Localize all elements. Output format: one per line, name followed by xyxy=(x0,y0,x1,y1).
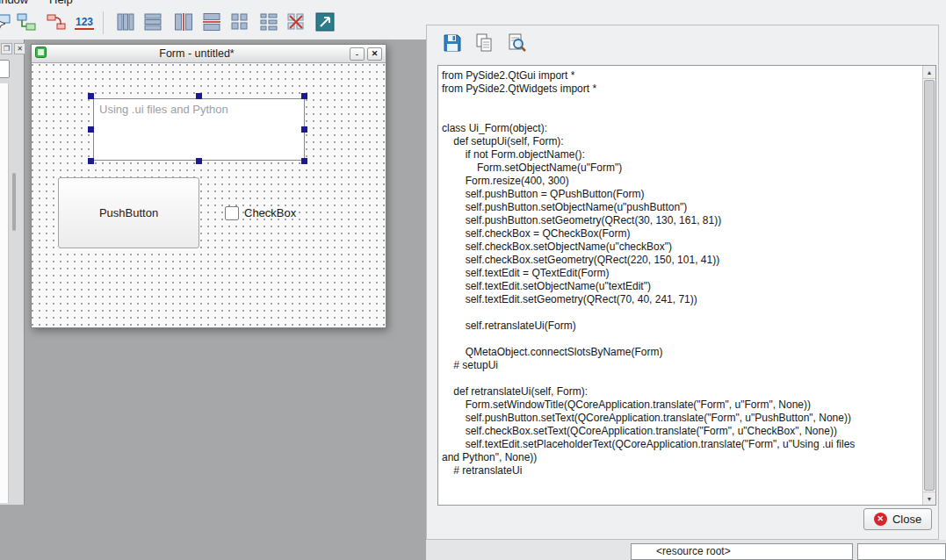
selection-handle-w[interactable] xyxy=(88,126,94,133)
edit-tab-order-icon: 123 xyxy=(75,16,94,30)
layout-form-button[interactable] xyxy=(256,10,281,36)
code-line: self.checkBox.setObjectName(u"checkBox") xyxy=(442,241,921,254)
menu-help[interactable]: Help xyxy=(49,0,73,6)
pushbutton-label: PushButton xyxy=(99,206,158,219)
close-window-button[interactable]: ✕ xyxy=(367,47,382,61)
layout-vertical-splitter-icon xyxy=(201,11,222,35)
code-line xyxy=(442,306,921,319)
code-line: Form.setWindowTitle(QCoreApplication.tra… xyxy=(442,398,921,412)
menubar: Window Help xyxy=(0,0,426,7)
code-line: self.checkBox.setGeometry(QRect(220, 150… xyxy=(442,254,921,267)
resource-root-item[interactable]: <resource root> xyxy=(656,545,731,557)
code-line: class Ui_Form(object): xyxy=(442,122,921,135)
copy-icon xyxy=(473,32,496,57)
selection-handle-e[interactable] xyxy=(301,126,307,133)
form-canvas[interactable]: Using .ui files and Python PushButton Ch… xyxy=(32,63,386,327)
adjust-size-icon xyxy=(314,11,336,35)
code-line: and Python", None)) xyxy=(442,451,921,464)
code-line: self.textEdit.setGeometry(QRect(70, 40, … xyxy=(442,293,921,306)
toolbar-separator xyxy=(103,11,104,34)
resource-tree-panel[interactable]: <resource root> xyxy=(631,543,853,560)
code-line: from PySide2.QtGui import * xyxy=(442,69,921,83)
code-line xyxy=(442,96,921,109)
qt-designer-screen: Window Help 123 xyxy=(0,0,946,560)
copy-code-button[interactable] xyxy=(472,31,498,57)
edit-widgets-button[interactable] xyxy=(0,10,14,36)
layout-vertical-icon xyxy=(142,11,163,35)
selection-handle-sw[interactable] xyxy=(88,158,94,164)
edit-buddies-button[interactable] xyxy=(44,10,69,36)
layout-horizontal-button[interactable] xyxy=(113,10,138,36)
code-line: self.textEdit = QTextEdit(Form) xyxy=(442,267,921,280)
form-editor-window: Form - untitled* - ✕ Using .ui files and… xyxy=(31,44,386,328)
save-icon xyxy=(441,32,464,57)
code-line: self.pushButton.setObjectName(u"pushButt… xyxy=(442,201,921,214)
code-dialog-toolbar xyxy=(439,31,531,57)
form-window-icon xyxy=(35,47,47,61)
find-code-button[interactable] xyxy=(504,31,531,57)
break-layout-icon xyxy=(285,11,307,35)
code-line xyxy=(442,109,921,122)
code-line: Form.resize(400, 300) xyxy=(442,175,921,188)
selection-handle-nw[interactable] xyxy=(88,93,94,99)
code-line: self.checkBox = QCheckBox(Form) xyxy=(442,227,921,241)
checkbox-label: CheckBox xyxy=(244,206,296,219)
main-toolbar: 123 xyxy=(0,8,426,39)
code-line: self.checkBox.setText(QCoreApplication.t… xyxy=(442,425,921,438)
scroll-up-icon[interactable]: ▲ xyxy=(923,66,935,79)
code-scrollbar[interactable]: ▲ ▼ xyxy=(922,66,935,505)
code-line: if not Form.objectName(): xyxy=(442,148,921,162)
minimize-button[interactable]: - xyxy=(350,47,365,61)
break-layout-button[interactable] xyxy=(284,10,308,36)
edit-widgets-icon xyxy=(0,12,11,34)
selection-handle-s[interactable] xyxy=(196,158,202,164)
find-icon xyxy=(506,32,529,57)
dock-float-button[interactable]: ❐ xyxy=(1,43,12,54)
layout-horizontal-splitter-icon xyxy=(173,11,194,35)
layout-horizontal-splitter-button[interactable] xyxy=(171,10,196,36)
resource-side-panel[interactable] xyxy=(857,543,946,560)
layout-horizontal-icon xyxy=(115,11,136,35)
edit-signals-slots-icon xyxy=(16,11,37,35)
code-line: self.pushButton.setGeometry(QRect(30, 13… xyxy=(442,214,921,227)
checkbox-indicator xyxy=(225,206,239,220)
widget-box-dock: ❐ ✕ xyxy=(0,39,25,505)
save-code-button[interactable] xyxy=(439,31,466,57)
edit-signals-slots-button[interactable] xyxy=(14,10,39,36)
code-line: self.pushButton = QPushButton(Form) xyxy=(442,188,921,201)
layout-vertical-button[interactable] xyxy=(141,10,165,36)
selection-handle-se[interactable] xyxy=(301,158,307,164)
layout-grid-button[interactable] xyxy=(227,10,252,36)
code-line: self.textEdit.setObjectName(u"textEdit") xyxy=(442,280,921,293)
code-line: def retranslateUi(self, Form): xyxy=(442,385,921,398)
form-window-title: Form - untitled* xyxy=(47,47,347,60)
layout-vertical-splitter-button[interactable] xyxy=(199,10,224,36)
adjust-size-button[interactable] xyxy=(313,10,337,36)
pushbutton-widget[interactable]: PushButton xyxy=(58,177,199,248)
code-line: Form.setObjectName(u"Form") xyxy=(442,162,921,175)
code-line xyxy=(442,333,921,346)
close-button-label: Close xyxy=(892,513,921,526)
code-line: self.retranslateUi(Form) xyxy=(442,319,921,333)
textedit-widget[interactable]: Using .ui files and Python xyxy=(93,98,305,161)
form-titlebar[interactable]: Form - untitled* - ✕ xyxy=(32,45,386,63)
widget-filter-input[interactable] xyxy=(0,60,10,78)
scroll-down-icon[interactable]: ▼ xyxy=(923,492,935,505)
code-view[interactable]: from PySide2.QtGui import *from PySide2.… xyxy=(437,65,936,506)
code-line: self.pushButton.setText(QCoreApplication… xyxy=(442,412,921,425)
dock-scrollbar[interactable] xyxy=(12,173,16,231)
close-button[interactable]: ✕ Close xyxy=(863,508,932,530)
textedit-placeholder: Using .ui files and Python xyxy=(99,103,228,116)
edit-tab-order-button[interactable]: 123 xyxy=(72,10,97,36)
code-text: from PySide2.QtGui import *from PySide2.… xyxy=(438,66,922,505)
checkbox-widget[interactable]: CheckBox xyxy=(225,195,314,231)
code-line: # retranslateUi xyxy=(442,464,921,477)
selection-handle-ne[interactable] xyxy=(301,93,307,99)
dock-close-button[interactable]: ✕ xyxy=(14,43,25,54)
widget-box-list[interactable] xyxy=(0,83,9,503)
selection-handle-n[interactable] xyxy=(196,93,202,99)
scrollbar-thumb[interactable] xyxy=(924,80,935,491)
layout-grid-icon xyxy=(229,11,250,35)
menu-window[interactable]: Window xyxy=(0,0,28,6)
close-x-icon: ✕ xyxy=(874,513,887,526)
